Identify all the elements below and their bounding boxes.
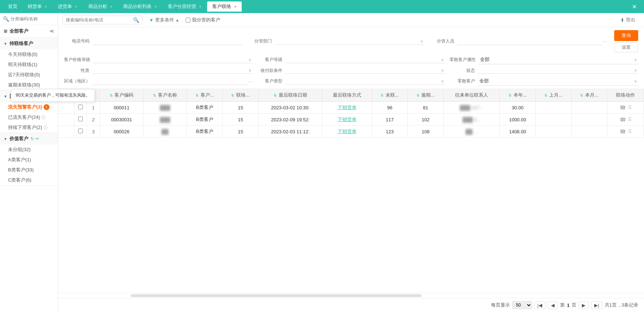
tab-home[interactable]: 首页 <box>3 3 23 10</box>
name-col-header[interactable]: ⇅ 客户名称 <box>143 89 187 102</box>
tab-customer-contact[interactable]: 客户联络 × <box>207 1 241 12</box>
this-month-col-header[interactable]: ⇅ 本月... <box>571 89 607 102</box>
last-method-cell[interactable]: 下销货单 <box>322 126 372 138</box>
filter-manager: 分管人员 ··· <box>429 37 607 45</box>
customer-type-select[interactable]: ∨ <box>285 78 446 85</box>
window-close-button[interactable]: ✕ <box>628 3 641 10</box>
contact-action-icon[interactable]: ☎ <box>620 105 626 110</box>
horizontal-scrollbar[interactable] <box>58 293 644 298</box>
query-button[interactable]: 查询 <box>614 30 638 41</box>
close-analysis-list-tab[interactable]: × <box>154 4 157 9</box>
next-page-button[interactable]: ▶ <box>579 301 589 309</box>
my-customers-checkbox[interactable] <box>186 18 190 23</box>
close-analysis-tab[interactable]: × <box>110 4 112 9</box>
sidebar-item-churn-warning[interactable]: 流失预警客户(3) ! <box>0 102 58 112</box>
status-select[interactable]: ∨ <box>478 67 638 74</box>
last-method-cell[interactable]: 下销货单 <box>322 102 372 114</box>
row-checkbox-cell[interactable] <box>75 102 87 114</box>
nature-select[interactable]: ∨ <box>92 67 253 74</box>
last-month-col-header[interactable]: ⇅ 上月... <box>535 89 571 102</box>
sidebar-item-declining[interactable]: 持续下滑客户(2) ⓘ <box>0 122 58 133</box>
region-input[interactable] <box>93 77 248 85</box>
contact-action-icon[interactable]: ☎ <box>620 129 626 134</box>
more-action-icon[interactable]: ⠿ <box>628 117 632 122</box>
sidebar-item-class-c[interactable]: C类客户(6) <box>0 175 58 185</box>
overdue-col-header[interactable]: ⇅ 逾期... <box>408 89 444 102</box>
close-purchase-tab[interactable]: × <box>75 4 77 9</box>
sidebar-item-7days[interactable]: 近7天待联络(0) <box>0 70 58 80</box>
sidebar-item-tomorrow[interactable]: 明天待联络(1) <box>0 60 58 70</box>
toolbar: 🔍 ▼ 更多条件 ▲ 我分管的客户 ⬆ 导出 <box>58 13 644 27</box>
manager-more-icon[interactable]: ··· <box>603 39 607 44</box>
filter-payment: 收付款条件 ∨ <box>257 67 446 74</box>
retail-customer-select[interactable]: 全部 ∨ <box>478 77 638 86</box>
row-checkbox[interactable] <box>78 129 83 133</box>
close-customer-tier-tab[interactable]: × <box>199 4 201 9</box>
tab-purchase[interactable]: 进货单 × <box>53 1 82 12</box>
value-edit-icon[interactable]: ✏ <box>36 136 39 141</box>
settings-button[interactable]: 设置 <box>614 42 638 52</box>
sidebar-item-class-b[interactable]: B类客户(33) <box>0 165 58 175</box>
sidebar-item-class-a[interactable]: A类客户(1) <box>0 155 58 165</box>
sidebar-item-today[interactable]: 今天待联络(0) <box>0 49 58 60</box>
declining-info-icon: ⓘ <box>44 125 48 130</box>
more-conditions-button[interactable]: ▼ 更多条件 ▲ <box>145 15 183 25</box>
row-checkbox[interactable] <box>78 105 83 109</box>
more-action-icon[interactable]: ⠿ <box>628 129 632 134</box>
table-row: 1 000011 ███ B类客户 15 2023-03-02 10:30: 下… <box>58 102 644 114</box>
search-icon[interactable]: 🔍 <box>133 17 139 23</box>
search-input[interactable] <box>66 17 132 23</box>
chevron-down-icon9: ∨ <box>634 79 637 83</box>
uncontacted-col-header[interactable]: ⇅ 未联... <box>372 89 408 102</box>
sidebar-group-value-title[interactable]: ▼ 价值客户 ↻ ✏ <box>0 133 58 145</box>
settings-cell <box>58 102 75 114</box>
last-date-cell: 2023-02-03 11:12: <box>258 126 322 138</box>
this-year-cell: 1408.00 <box>500 126 536 138</box>
code-col-header[interactable]: ⇅ 客户编码 <box>100 89 144 102</box>
tab-sales[interactable]: 销货单 × <box>23 1 52 12</box>
close-sales-tab[interactable]: × <box>45 4 47 9</box>
phone-input[interactable] <box>92 37 242 45</box>
last-date-col-header[interactable]: ⇅ 最后联络日期 <box>258 89 322 102</box>
customer-level-select[interactable]: ∨ <box>285 57 446 63</box>
tab-analysis-list[interactable]: 商品分析列表 × <box>118 1 162 12</box>
filter-phone: 电话号码 <box>64 37 242 45</box>
region-more-icon[interactable]: ··· <box>248 78 253 84</box>
manager-input[interactable] <box>457 37 603 45</box>
payment-select[interactable]: ∨ <box>285 67 446 74</box>
close-customer-contact-tab[interactable]: × <box>234 4 236 9</box>
row-checkbox-cell[interactable] <box>75 126 87 138</box>
row-checkbox-cell[interactable] <box>75 114 87 126</box>
more-action-icon[interactable]: ⠿ <box>628 105 632 110</box>
sidebar-item-overdue[interactable]: 逾期未联络(30) <box>0 80 58 90</box>
this-year-col-header[interactable]: ⇅ 本年... <box>500 89 536 102</box>
sidebar-all-customers[interactable]: ⊞ 全部客户 ≪ <box>0 25 58 38</box>
price-tier-select[interactable]: ∨ <box>93 57 253 63</box>
prev-page-button[interactable]: ◀ <box>548 301 558 309</box>
my-customers-label[interactable]: 我分管的客户 <box>186 17 220 23</box>
sidebar-search-input[interactable] <box>11 16 55 21</box>
last-method-col-header[interactable]: 最后联络方式 <box>322 89 372 102</box>
dept-select[interactable]: ∨ <box>275 38 424 45</box>
export-button[interactable]: ⬆ 导出 <box>616 15 640 25</box>
value-refresh-icon[interactable]: ↻ <box>31 136 34 141</box>
sidebar-group-pending-title[interactable]: ▼ 待联络客户 <box>0 38 58 49</box>
last-page-button[interactable]: ▶| <box>591 301 602 309</box>
sidebar-item-churned[interactable]: 已流失客户(24) ⓘ <box>0 112 58 122</box>
tab-customer-tier[interactable]: 客户分层经营 × <box>163 1 206 12</box>
first-page-button[interactable]: |◀ <box>534 301 546 309</box>
contact-col-header[interactable]: ⇅ 联络... <box>222 89 258 102</box>
retail-attr-select[interactable]: 全部 ∨ <box>479 55 638 64</box>
contact-action-icon[interactable]: ☎ <box>620 117 626 122</box>
table-row: 3 000026 ██ B类客户 15 2023-02-03 11:12: 下销… <box>58 126 644 138</box>
per-page-select[interactable]: 50 100 200 <box>512 301 532 309</box>
churn-warning-badge: ! <box>44 104 49 110</box>
row-checkbox[interactable] <box>78 117 83 121</box>
sidebar-item-unclassified[interactable]: 未分组(32) <box>0 145 58 155</box>
tab-analysis[interactable]: 商品分析 × <box>83 1 117 12</box>
type-col-header[interactable]: ⇅ 客户... <box>187 89 223 102</box>
unit-contact-col-header[interactable]: 往来单位联系人 <box>443 89 500 102</box>
last-method-cell[interactable]: 下销货单 <box>322 114 372 126</box>
sort-icon4: ⇅ <box>231 93 234 97</box>
code-cell: 000011 <box>100 102 144 114</box>
